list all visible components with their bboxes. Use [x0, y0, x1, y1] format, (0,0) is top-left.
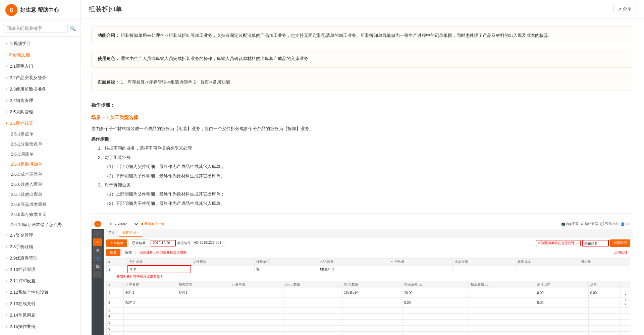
- sim-sub-row-1: 1配件1配件11数量≤1个20.000.000.00⋮ ×: [107, 288, 630, 298]
- share-button[interactable]: ↗ 分享: [613, 4, 636, 14]
- sim-annotation-enable: 启用处理: [614, 250, 630, 255]
- sidebar-item-install[interactable]: +2.2产品安装及登录: [0, 72, 80, 83]
- sim-nav-more[interactable]: ⋮: [93, 271, 102, 278]
- sidebar-sub-item-transfer[interactable]: 2.6.3调拨单: [0, 149, 80, 159]
- sim-sub-cell-3-1: [124, 308, 177, 314]
- sidebar-item-docs[interactable]: -2.帮助文档: [0, 49, 80, 61]
- sim-nav-shop[interactable]: 🏪: [93, 263, 102, 270]
- step3-a: （1）上部明细为父件明细，最终作为原材料生成其它出库单；: [91, 190, 633, 198]
- sim-sub-cell-2-5: [342, 298, 402, 308]
- sim-sub-row-7: 7: [107, 332, 630, 335]
- sim-top-table: # 父件名称 父件规格 计量单位 出/入数量 生产数量 成本金额 核定成本 可出: [106, 258, 630, 273]
- sidebar-item-faq[interactable]: +2.14常见问题: [0, 310, 80, 321]
- sim-sub-ops-4[interactable]: [621, 314, 630, 320]
- sim-new-btn[interactable]: ■ 新建单据一览: [141, 222, 164, 226]
- sidebar-label-data: 2.3使用前数据准备: [10, 86, 46, 92]
- sidebar-item-mobile[interactable]: +2.8手机旺铺: [0, 241, 80, 253]
- sidebar-label-mobile: 2.8手机旺铺: [10, 244, 33, 250]
- sim-btn-reviewed[interactable]: 已审核单: [128, 239, 149, 247]
- sidebar-item-sales[interactable]: +2.4销售管理: [0, 95, 80, 106]
- sim-tab-new[interactable]: 新建单据 ×: [119, 229, 142, 237]
- sidebar-item-inventory[interactable]: +2.6库存核算: [0, 118, 80, 129]
- sidebar-sub-item-goods-cost[interactable]: 2.6.8商品成本重算: [0, 200, 80, 210]
- sim-docno-field[interactable]: AD-20191226-001: [192, 240, 225, 246]
- sidebar-item-cases[interactable]: +2.15操作案例: [0, 321, 80, 332]
- sim-btn-assemble[interactable]: 组装: [106, 249, 120, 256]
- sidebar-item-print[interactable]: +2.11打印设置: [0, 275, 80, 287]
- sim-search-field[interactable]: 供销品名: [582, 240, 609, 246]
- search-button[interactable]: 🔍: [70, 25, 76, 32]
- sim-sub-cell-4-7: [469, 314, 535, 320]
- sim-sub-cell-5-0: 5: [107, 320, 124, 326]
- sidebar-item-custom[interactable]: +2.12系统个性化设置: [0, 287, 80, 298]
- sim-sub-ops-1[interactable]: ⋮ ×: [621, 288, 630, 298]
- plus-icon: +: [5, 98, 8, 103]
- scenario1-title: 场景一：加工类型选择: [91, 113, 633, 122]
- sim-sub-cell-2-4: [283, 298, 342, 308]
- sim-nav-doc[interactable]: ≡: [93, 238, 102, 246]
- sim-sub-cell-2-8: 0.00: [535, 298, 588, 308]
- sim-confirm-btn[interactable]: 完成拆卸: [610, 239, 630, 247]
- sidebar-item-pay[interactable]: +2.13在线支付: [0, 298, 80, 310]
- sidebar-item-new[interactable]: +2.1新手入门: [0, 61, 80, 72]
- sidebar-label-sales: 2.4销售管理: [10, 98, 33, 104]
- sidebar-item-data[interactable]: +2.3使用前数据准备: [0, 83, 80, 95]
- plus-icon: +: [5, 75, 8, 80]
- step2-b: （2）下部明细为子件明细，最终作为原材料生成其它出库单。: [91, 172, 633, 180]
- sim-sub-ops-3[interactable]: [621, 308, 630, 314]
- plus-icon: +: [5, 256, 8, 261]
- sim-sub-cell-4-9: [588, 314, 621, 320]
- plus-icon: +: [5, 87, 8, 92]
- sim-col-parent: 父件名称: [128, 259, 191, 266]
- sim-nav-people[interactable]: 👤: [93, 255, 102, 262]
- sim-col-unit: 计量单位: [254, 259, 318, 266]
- sim-nav-home[interactable]: ⌂: [93, 230, 102, 238]
- sim-sub-ops-2[interactable]: ⋮ ×: [621, 298, 630, 308]
- sim-tab-home[interactable]: 首页: [105, 229, 118, 237]
- search-input[interactable]: [4, 24, 68, 33]
- plus-icon: +: [5, 301, 8, 306]
- sim-sub-cell-7-6: [402, 332, 469, 335]
- sim-sub-cell-5-5: [342, 320, 402, 326]
- sim-sub-ops-5[interactable]: [621, 320, 630, 326]
- sim-selector[interactable]: TEST-H002: [106, 221, 139, 227]
- sidebar-sub-item-stock-err[interactable]: 2.6.10库存账本错了怎么办: [0, 220, 80, 230]
- sidebar-sub-item-other-in[interactable]: 2.6.6其他入库单: [0, 179, 80, 189]
- sidebar-item-videos[interactable]: +1.视频学习: [0, 38, 80, 49]
- logo-icon: 6: [5, 4, 17, 16]
- sim-user-icon: 👤 CC: [621, 222, 630, 226]
- sidebar-sub-item-stocktake[interactable]: 2.6.1盘点单: [0, 129, 80, 139]
- sim-sub-cell-6-7: [469, 326, 535, 332]
- sim-sub-cell-5-7: [469, 320, 535, 326]
- sim-col-num: #: [107, 259, 128, 266]
- role-label: 使用角色：: [98, 56, 119, 61]
- sidebar-sub-item-cost[interactable]: 2.6.5成本调整单: [0, 169, 80, 179]
- sim-sub-cell-1-9: 0.00: [588, 288, 621, 298]
- sim-sub-cell-3-2: [177, 308, 230, 314]
- sidebar-sub-item-other-out[interactable]: 2.6.7其他出库单: [0, 189, 80, 200]
- sidebar-item-finance[interactable]: +2.7资金管理: [0, 230, 80, 241]
- sim-btn-disassemble[interactable]: 拆卸: [121, 249, 136, 256]
- sidebar-item-coupon[interactable]: +2.9优惠券管理: [0, 253, 80, 264]
- sim-sub-cell-5-6: [402, 320, 469, 326]
- sim-col-avail: 可出量: [579, 259, 630, 266]
- sim-date-field[interactable]: 2019-12-26: [151, 240, 176, 246]
- sidebar-sub-item-assembly[interactable]: 2.6.4组装拆卸单: [0, 159, 80, 169]
- sidebar-sub-item-partial[interactable]: 2.6.2分量盘点单: [0, 139, 80, 149]
- sim-sub-ops-6[interactable]: [621, 326, 630, 332]
- sim-nav-chart[interactable]: ▦: [93, 246, 102, 254]
- site-title: 好生意 帮助中心: [20, 7, 59, 14]
- sim-cell-1-name: 米米: [128, 266, 191, 273]
- sim-sub-ops-7[interactable]: [621, 332, 630, 335]
- sidebar-item-purchase[interactable]: +2.5采购管理: [0, 106, 80, 118]
- plus-icon: +: [5, 64, 8, 69]
- sidebar-item-ops[interactable]: +2.10经营管理: [0, 264, 80, 275]
- sidebar: 6 好生意 帮助中心 🔍 +1.视频学习-2.帮助文档+2.1新手入门+2.2产…: [0, 0, 80, 335]
- sim-sub-cell-2-3: [230, 298, 283, 308]
- sidebar-sub-item-stock-check[interactable]: 2.6.9库存账本查询: [0, 210, 80, 220]
- step1: 1、根据不同的业务，选择不同单据的类型来处理: [91, 144, 633, 152]
- sim-col-cost: 成本金额: [452, 259, 516, 266]
- sim-sub-cell-1-0: 1: [107, 288, 124, 298]
- sim-btn-unreviewed[interactable]: 未审核单: [106, 239, 127, 247]
- sim-sub-cell-2-2: [177, 298, 230, 308]
